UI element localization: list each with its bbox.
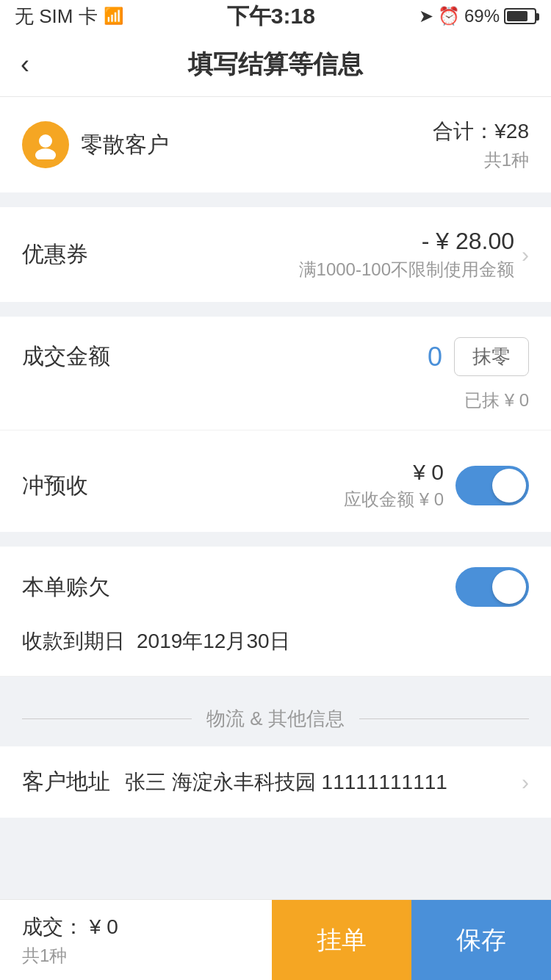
nav-bar: ‹ 填写结算等信息 bbox=[0, 32, 551, 97]
battery-icon bbox=[504, 8, 536, 24]
address-chevron-icon: › bbox=[522, 770, 529, 795]
bottom-bar: 成交： ¥ 0 共1种 挂单 保存 bbox=[0, 899, 551, 980]
transaction-label: 成交金额 bbox=[22, 342, 110, 372]
status-left: 无 SIM 卡 📶 bbox=[15, 4, 123, 29]
location-icon: ➤ bbox=[419, 6, 433, 26]
customer-info: 零散客户 bbox=[22, 121, 169, 168]
bottom-transaction: 成交： ¥ 0 bbox=[22, 913, 250, 941]
logistics-divider-section: 物流 & 其他信息 bbox=[0, 691, 551, 746]
prepay-right: ¥ 0 应收金额 ¥ 0 bbox=[344, 460, 529, 511]
prepay-amount: ¥ 0 bbox=[344, 460, 444, 485]
content: 零散客户 合计：¥28 共1种 优惠券 - ¥ 28.00 满1000-100不… bbox=[0, 97, 551, 920]
round-zero-button[interactable]: 抹零 bbox=[454, 337, 529, 376]
already-rounded-text: 已抹 ¥ 0 bbox=[464, 390, 529, 410]
coupon-label: 优惠券 bbox=[22, 239, 88, 270]
back-button[interactable]: ‹ bbox=[21, 49, 29, 80]
wifi-icon: 📶 bbox=[104, 7, 123, 26]
prepay-row: 冲预收 ¥ 0 应收金额 ¥ 0 bbox=[22, 448, 529, 511]
carrier-text: 无 SIM 卡 bbox=[15, 4, 98, 29]
bottom-summary: 成交： ¥ 0 共1种 bbox=[0, 913, 272, 968]
address-label: 客户地址 bbox=[22, 767, 110, 797]
svg-point-1 bbox=[35, 148, 56, 159]
transaction-right: 0 抹零 bbox=[428, 337, 529, 376]
debt-row: 本单赊欠 bbox=[0, 547, 551, 627]
due-date-row: 收款到期日 2019年12月30日 bbox=[0, 627, 551, 677]
bottom-transaction-label: 成交： bbox=[22, 915, 84, 938]
transaction-section: 成交金额 0 抹零 已抹 ¥ 0 冲预收 ¥ 0 应收金额 ¥ 0 bbox=[0, 317, 551, 532]
debt-toggle[interactable] bbox=[455, 567, 529, 607]
coupon-amount: - ¥ 28.00 bbox=[299, 228, 514, 255]
debt-label: 本单赊欠 bbox=[22, 572, 110, 602]
address-value: 张三 海淀永丰科技园 11111111111 bbox=[125, 768, 507, 796]
divider-line-right bbox=[359, 718, 529, 719]
transaction-value: 0 bbox=[428, 342, 442, 372]
debt-toggle-knob bbox=[492, 570, 526, 604]
chevron-right-icon: › bbox=[522, 242, 529, 267]
battery-percent: 69% bbox=[464, 6, 500, 26]
logistics-divider: 物流 & 其他信息 bbox=[22, 706, 529, 732]
coupon-description: 满1000-100不限制使用金额 bbox=[299, 258, 514, 281]
page-title: 填写结算等信息 bbox=[188, 48, 363, 82]
prepay-label: 冲预收 bbox=[22, 471, 88, 501]
coupon-right: - ¥ 28.00 满1000-100不限制使用金额 › bbox=[299, 228, 529, 281]
avatar bbox=[22, 121, 69, 168]
bottom-transaction-value: ¥ 0 bbox=[90, 915, 118, 938]
coupon-row[interactable]: 优惠券 - ¥ 28.00 满1000-100不限制使用金额 › bbox=[0, 207, 551, 302]
status-right: ➤ ⏰ 69% bbox=[419, 6, 536, 26]
prepay-receivable: 应收金额 ¥ 0 bbox=[344, 488, 444, 511]
due-date-label: 收款到期日 bbox=[22, 627, 125, 655]
due-date-value: 2019年12月30日 bbox=[137, 627, 290, 655]
toggle-knob bbox=[492, 469, 526, 502]
save-button[interactable]: 保存 bbox=[411, 900, 551, 981]
status-bar: 无 SIM 卡 📶 下午3:18 ➤ ⏰ 69% bbox=[0, 0, 551, 32]
customer-summary: 合计：¥28 共1种 bbox=[433, 118, 529, 172]
svg-point-0 bbox=[39, 134, 52, 148]
prepay-toggle[interactable] bbox=[455, 466, 529, 505]
customer-count: 共1种 bbox=[433, 148, 529, 172]
customer-row: 零散客户 合计：¥28 共1种 bbox=[0, 97, 551, 192]
prepay-values: ¥ 0 应收金额 ¥ 0 bbox=[344, 460, 444, 511]
alarm-icon: ⏰ bbox=[438, 6, 460, 26]
customer-name: 零散客户 bbox=[81, 130, 169, 160]
address-section[interactable]: 客户地址 张三 海淀永丰科技园 11111111111 › bbox=[0, 746, 551, 818]
pending-button[interactable]: 挂单 bbox=[272, 900, 411, 981]
divider-line-left bbox=[22, 718, 192, 719]
coupon-info: - ¥ 28.00 满1000-100不限制使用金额 bbox=[299, 228, 514, 281]
time-display: 下午3:18 bbox=[227, 1, 315, 32]
logistics-label: 物流 & 其他信息 bbox=[206, 706, 345, 732]
debt-section: 本单赊欠 收款到期日 2019年12月30日 bbox=[0, 547, 551, 677]
customer-total: 合计：¥28 bbox=[433, 118, 529, 145]
transaction-row: 成交金额 0 抹零 bbox=[22, 337, 529, 376]
bottom-count: 共1种 bbox=[22, 944, 250, 968]
